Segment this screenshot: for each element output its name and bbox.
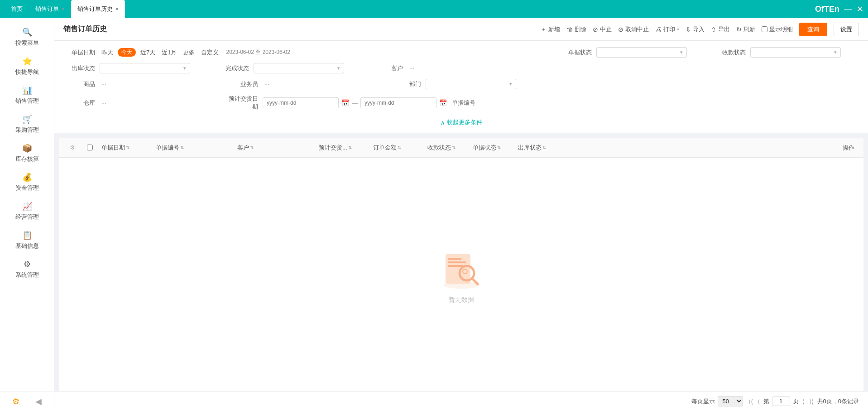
export-icon: ⇧ bbox=[711, 26, 716, 33]
sidebar-item-system-label: 系统管理 bbox=[15, 271, 39, 279]
sidebar-item-management[interactable]: 📈 经营管理 bbox=[0, 197, 54, 226]
table-area: ⚙ 单据日期 ⇅ 单据编号 ⇅ 客户 ⇅ 预计交货... bbox=[59, 138, 863, 391]
filter-row-3: 商品 ··· 业务员 ··· 部门 ▾ bbox=[63, 79, 859, 89]
collapse-button[interactable]: ∧ 收起更多条件 bbox=[63, 116, 859, 128]
date-yesterday[interactable]: 昨天 bbox=[100, 48, 115, 57]
toolbar: ＋ 新增 🗑 删除 ⊘ 中止 ⊘ 取消中止 🖨 打印 bbox=[540, 23, 859, 36]
main-layout: 🔍 搜索菜单 ⭐ 快捷导航 📊 销售管理 🛒 采购管理 📦 库存核算 💰 资金管… bbox=[0, 18, 868, 411]
page-label: 页 bbox=[793, 397, 799, 406]
first-page-button[interactable]: ⟨⟨ bbox=[748, 398, 754, 405]
date-today[interactable]: 今天 bbox=[118, 48, 136, 57]
per-page-control: 每页显示 50 10 20 100 bbox=[691, 396, 743, 406]
collapse-label: 收起更多条件 bbox=[447, 118, 482, 126]
import-button[interactable]: ⇩ 导入 bbox=[686, 25, 705, 34]
sidebar-item-purchase-label: 采购管理 bbox=[15, 126, 39, 134]
col-delivery: 预计交货... ⇅ bbox=[315, 144, 369, 152]
date-range-display: 2023-06-02 至 2023-06-02 bbox=[226, 48, 290, 56]
total-info: 共0页，0条记录 bbox=[817, 397, 859, 406]
customer-ellipsis[interactable]: ··· bbox=[408, 65, 416, 72]
delivery-date-group: 📅 — 📅 bbox=[263, 97, 447, 108]
date-label: 单据日期 bbox=[63, 48, 100, 57]
tab-sales-order-close[interactable]: × bbox=[62, 6, 65, 12]
col-delivery-label: 预计交货... bbox=[319, 144, 347, 152]
display-toggle-label: 显示明细 bbox=[769, 25, 793, 34]
stop-icon: ⊘ bbox=[593, 26, 598, 33]
sidebar-collapse-icon[interactable]: ◀ bbox=[35, 396, 42, 406]
page-text: 第 bbox=[763, 397, 769, 406]
new-button[interactable]: ＋ 新增 bbox=[540, 25, 560, 34]
delivery-date-to[interactable] bbox=[360, 97, 436, 108]
cancel-stop-button[interactable]: ⊘ 取消中止 bbox=[618, 25, 649, 34]
print-button[interactable]: 🖨 打印 ▾ bbox=[655, 25, 679, 34]
date-more[interactable]: 更多 bbox=[181, 48, 197, 57]
col-date-sort[interactable]: ⇅ bbox=[126, 145, 129, 150]
sidebar-item-search[interactable]: 🔍 搜索菜单 bbox=[0, 23, 54, 52]
complete-status-select[interactable]: ▾ bbox=[254, 63, 344, 73]
display-toggle-checkbox[interactable] bbox=[762, 26, 767, 32]
delete-button[interactable]: 🗑 删除 bbox=[566, 25, 586, 34]
table-settings-icon[interactable]: ⚙ bbox=[63, 144, 82, 151]
next-page-button[interactable]: ⟩ bbox=[801, 398, 806, 405]
goods-ellipsis[interactable]: ··· bbox=[100, 81, 108, 87]
col-order-status-sort[interactable]: ⇅ bbox=[497, 145, 501, 150]
empty-illustration bbox=[434, 245, 489, 290]
date-1month[interactable]: 近1月 bbox=[160, 48, 178, 57]
refresh-button[interactable]: ↻ 刷新 bbox=[736, 25, 755, 34]
prev-page-button[interactable]: ⟨ bbox=[757, 398, 761, 405]
tab-sales-order[interactable]: 销售订单 × bbox=[29, 0, 71, 18]
dept-select[interactable]: ▾ bbox=[426, 79, 516, 89]
window-controls: OfTEn — ✕ bbox=[813, 4, 863, 14]
order-status-select[interactable]: ▾ bbox=[596, 47, 687, 58]
salesman-ellipsis[interactable]: ··· bbox=[263, 81, 271, 87]
date-7days[interactable]: 近7天 bbox=[139, 48, 157, 57]
col-delivery-sort[interactable]: ⇅ bbox=[348, 145, 352, 150]
col-amount-sort[interactable]: ⇅ bbox=[398, 145, 401, 150]
col-date: 单据日期 ⇅ bbox=[98, 144, 152, 152]
empty-text: 暂无数据 bbox=[449, 296, 474, 304]
col-date-label: 单据日期 bbox=[101, 144, 125, 152]
sidebar-item-management-label: 经营管理 bbox=[15, 213, 39, 221]
select-all-checkbox[interactable] bbox=[87, 145, 93, 150]
delivery-date-control: 📅 — 📅 bbox=[263, 97, 435, 108]
close-icon[interactable]: ✕ bbox=[857, 4, 863, 14]
delivery-date-from[interactable] bbox=[263, 97, 339, 108]
tab-home[interactable]: 首页 bbox=[5, 0, 29, 18]
last-page-button[interactable]: ⟩⟩ bbox=[808, 398, 815, 405]
col-num-label: 单据编号 bbox=[156, 144, 179, 152]
col-out-status: 出库状态 ⇅ bbox=[514, 144, 560, 152]
out-status-select[interactable]: ▾ bbox=[100, 63, 190, 73]
sidebar-item-basic-info[interactable]: 📋 基础信息 bbox=[0, 226, 54, 255]
sidebar-item-system[interactable]: ⚙ 系统管理 bbox=[0, 255, 54, 284]
col-out-status-sort[interactable]: ⇅ bbox=[542, 145, 546, 150]
col-recv-sort[interactable]: ⇅ bbox=[452, 145, 456, 150]
col-num-sort[interactable]: ⇅ bbox=[180, 145, 184, 150]
filter-row-2: 出库状态 ▾ 完成状态 ▾ 客户 ··· bbox=[63, 63, 859, 73]
setting-button[interactable]: 设置 bbox=[834, 23, 859, 36]
calendar-from-icon[interactable]: 📅 bbox=[341, 99, 349, 106]
sidebar-settings-icon[interactable]: ⚙ bbox=[12, 396, 19, 406]
sidebar-item-inventory[interactable]: 📦 库存核算 bbox=[0, 139, 54, 168]
sidebar-item-purchase[interactable]: 🛒 采购管理 bbox=[0, 110, 54, 139]
col-customer-sort[interactable]: ⇅ bbox=[250, 145, 254, 150]
inventory-icon: 📦 bbox=[22, 143, 32, 153]
star-icon: ⭐ bbox=[22, 56, 32, 66]
stop-button[interactable]: ⊘ 中止 bbox=[593, 25, 612, 34]
sidebar-item-basic-info-label: 基础信息 bbox=[15, 242, 39, 250]
search-icon: 🔍 bbox=[22, 27, 32, 37]
minimize-icon[interactable]: — bbox=[844, 5, 852, 14]
empty-state: 暂无数据 bbox=[59, 158, 863, 391]
warehouse-ellipsis[interactable]: ··· bbox=[100, 100, 108, 106]
export-button[interactable]: ⇧ 导出 bbox=[711, 25, 730, 34]
col-amount: 订单金额 ⇅ bbox=[369, 144, 424, 152]
date-custom[interactable]: 自定义 bbox=[199, 48, 221, 57]
sidebar-item-finance[interactable]: 💰 资金管理 bbox=[0, 168, 54, 197]
recv-status-select[interactable]: ▾ bbox=[750, 47, 841, 58]
sidebar-item-sales[interactable]: 📊 销售管理 bbox=[0, 81, 54, 110]
sidebar-item-quicknav[interactable]: ⭐ 快捷导航 bbox=[0, 52, 54, 81]
per-page-select[interactable]: 50 10 20 100 bbox=[718, 396, 743, 406]
sidebar-item-sales-label: 销售管理 bbox=[15, 97, 39, 105]
tab-sales-order-history-close[interactable]: × bbox=[115, 6, 119, 12]
tab-sales-order-history[interactable]: 销售订单历史 × bbox=[71, 0, 125, 18]
query-button[interactable]: 查询 bbox=[799, 23, 827, 36]
page-input[interactable] bbox=[772, 396, 790, 406]
